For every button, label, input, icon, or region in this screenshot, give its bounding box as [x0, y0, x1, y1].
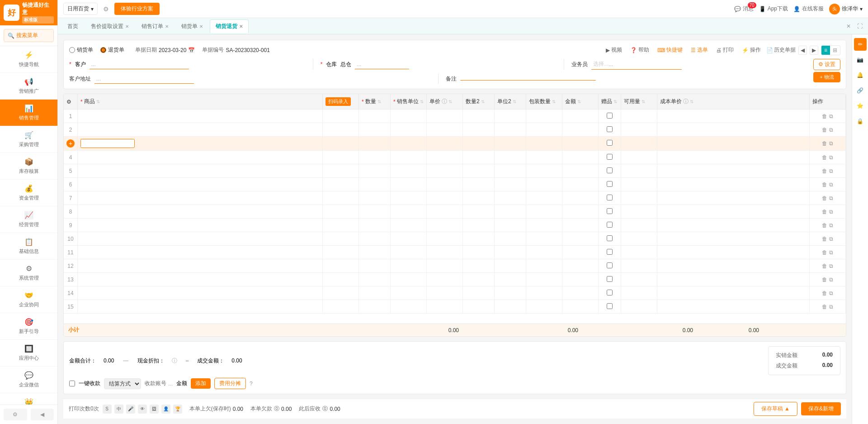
discount-help-icon[interactable]: ⓘ	[172, 357, 177, 365]
sidebar-item-newbie[interactable]: 🎯 新手引导	[0, 313, 57, 340]
cell-price[interactable]	[427, 205, 463, 219]
cell-unit[interactable]	[391, 259, 427, 273]
delete-icon[interactable]: 🗑	[822, 249, 827, 256]
save-draft-button[interactable]: 保存草稿 ▲	[754, 402, 797, 416]
cell-qty[interactable]	[359, 246, 391, 259]
sidebar-settings-btn[interactable]: ⚙	[4, 409, 27, 420]
cell-price[interactable]	[427, 137, 463, 151]
logistics-button[interactable]: + 物流	[813, 72, 840, 82]
settings-button[interactable]: ⚙ 设置	[813, 59, 840, 70]
cell-pack-qty[interactable]	[526, 110, 562, 123]
gift-checkbox[interactable]	[607, 126, 613, 132]
gift-checkbox[interactable]	[607, 303, 613, 309]
print-btn[interactable]: 🖨 打印	[713, 45, 736, 55]
cell-unit[interactable]	[391, 232, 427, 246]
cell-price[interactable]	[427, 123, 463, 137]
cell-amount[interactable]	[562, 191, 599, 205]
sidebar-item-wechat[interactable]: 💬 企业微信	[0, 367, 57, 393]
tab-home[interactable]: 首页	[61, 19, 84, 33]
delete-icon[interactable]: 🗑	[822, 127, 827, 133]
cell-product[interactable]	[78, 123, 323, 137]
copy-icon[interactable]: ⧉	[829, 236, 833, 242]
cell-amount[interactable]	[562, 273, 599, 286]
right-panel-photo-btn[interactable]: 📷	[854, 53, 867, 66]
tab-sales-order[interactable]: 销售订单 ✕	[136, 19, 175, 33]
cell-unit[interactable]	[391, 151, 427, 164]
delete-icon[interactable]: 🗑	[822, 222, 827, 229]
copy-icon[interactable]: ⧉	[829, 263, 833, 269]
cell-pack-qty[interactable]	[526, 123, 562, 137]
sort-qty2[interactable]: ⇅	[481, 99, 485, 104]
cell-price[interactable]	[427, 273, 463, 286]
cell-unit[interactable]	[391, 110, 427, 123]
cell-qty[interactable]	[359, 300, 391, 314]
cell-amount[interactable]	[562, 110, 599, 123]
user-menu[interactable]: 头 徐泽华 ▾	[829, 4, 863, 14]
cell-amount[interactable]	[562, 300, 599, 314]
gift-checkbox[interactable]	[607, 113, 613, 119]
window-close-btn[interactable]: ✕	[844, 21, 853, 31]
staff-input[interactable]: 选择... ...	[591, 59, 682, 70]
sort-price[interactable]: ⇅	[448, 99, 452, 104]
add-button[interactable]: 添加	[191, 378, 211, 389]
radio-return[interactable]: 退货单	[100, 46, 124, 54]
cell-qty[interactable]	[359, 286, 391, 300]
cell-price[interactable]	[427, 259, 463, 273]
copy-icon[interactable]: ⧉	[829, 113, 833, 119]
sidebar-item-marketing[interactable]: 📢 营销推广	[0, 73, 57, 100]
delete-icon[interactable]: 🗑	[822, 181, 827, 188]
gift-checkbox[interactable]	[607, 235, 613, 241]
cell-amount[interactable]	[562, 178, 599, 191]
sort-product[interactable]: ⇅	[96, 99, 100, 104]
gift-checkbox[interactable]	[607, 140, 613, 146]
right-panel-star-btn[interactable]: ⭐	[854, 100, 867, 112]
cell-unit[interactable]	[391, 246, 427, 259]
cell-unit2[interactable]	[495, 259, 526, 273]
address-input[interactable]: ...	[94, 74, 194, 84]
cell-price[interactable]	[427, 110, 463, 123]
remark-input[interactable]	[460, 77, 596, 81]
select-btn[interactable]: ☰ 选单	[688, 45, 711, 55]
gift-checkbox[interactable]	[607, 262, 613, 268]
sort-gift[interactable]: ⇅	[613, 99, 617, 104]
shortcut-btn[interactable]: ⌨ 快捷键	[655, 45, 685, 55]
one-click-payment-checkbox[interactable]	[69, 381, 75, 386]
cell-qty2[interactable]	[463, 273, 495, 286]
tab-sales-return[interactable]: 销货退货 ✕	[210, 19, 249, 33]
cell-product[interactable]	[78, 286, 323, 300]
cell-qty2[interactable]	[463, 300, 495, 314]
cell-product[interactable]	[78, 164, 323, 178]
cell-pack-qty[interactable]	[526, 137, 562, 151]
gift-checkbox[interactable]	[607, 208, 613, 214]
cell-price[interactable]	[427, 219, 463, 232]
cell-amount[interactable]	[562, 151, 599, 164]
list-view-btn[interactable]: ≡	[821, 46, 830, 55]
cell-qty2[interactable]	[463, 286, 495, 300]
expense-help-icon[interactable]: ?	[250, 381, 253, 387]
gift-checkbox[interactable]	[607, 290, 613, 295]
icon-zh[interactable]: 中	[114, 405, 123, 414]
cell-amount[interactable]	[562, 232, 599, 246]
cell-qty[interactable]	[359, 137, 391, 151]
sidebar-item-operation[interactable]: 📈 经营管理	[0, 206, 57, 233]
sidebar-item-purchase[interactable]: 🛒 采购管理	[0, 126, 57, 153]
gear-icon-col[interactable]: ⚙	[66, 99, 71, 105]
product-input[interactable]	[80, 139, 135, 148]
tab-sales-order-close[interactable]: ✕	[165, 24, 169, 29]
scan-button[interactable]: 扫码录入	[326, 97, 351, 106]
cell-qty2[interactable]	[463, 205, 495, 219]
online-service-btn[interactable]: 👤 在线客服	[793, 5, 824, 13]
radio-sales[interactable]: 销货单	[69, 46, 93, 54]
cell-qty2[interactable]	[463, 123, 495, 137]
sort-cost[interactable]: ⇅	[690, 99, 693, 104]
cell-product[interactable]	[78, 232, 323, 246]
cell-unit2[interactable]	[495, 300, 526, 314]
cell-unit2[interactable]	[495, 205, 526, 219]
cell-qty2[interactable]	[463, 259, 495, 273]
delete-icon[interactable]: 🗑	[822, 113, 827, 119]
cell-unit2[interactable]	[495, 286, 526, 300]
topbar-gear-icon[interactable]: ⚙	[101, 4, 111, 14]
history-btn[interactable]: 📄 历史单据	[766, 46, 796, 54]
cell-pack-qty[interactable]	[526, 219, 562, 232]
cell-unit2[interactable]	[495, 151, 526, 164]
